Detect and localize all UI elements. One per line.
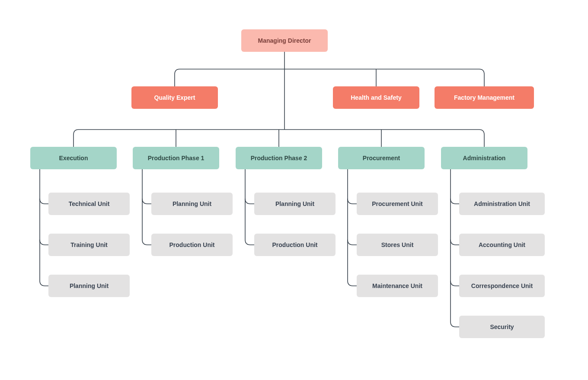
node-production-phase-1[interactable]: Production Phase 1 xyxy=(133,147,219,169)
unit-procurement[interactable]: Procurement Unit xyxy=(357,193,438,215)
node-label: Factory Management xyxy=(454,94,514,101)
unit-correspondence[interactable]: Correspondence Unit xyxy=(459,275,545,297)
node-label: Health and Safety xyxy=(351,94,401,101)
node-label: Planning Unit xyxy=(70,282,109,289)
unit-production-p2[interactable]: Production Unit xyxy=(254,234,336,256)
node-procurement[interactable]: Procurement xyxy=(338,147,425,169)
node-label: Administration xyxy=(463,155,506,162)
node-label: Technical Unit xyxy=(69,200,110,207)
node-managing-director[interactable]: Managing Director xyxy=(241,29,328,52)
node-label: Stores Unit xyxy=(381,241,414,248)
node-quality-expert[interactable]: Quality Expert xyxy=(131,86,218,109)
unit-training[interactable]: Training Unit xyxy=(48,234,130,256)
node-label: Procurement xyxy=(363,155,400,162)
unit-planning-p2[interactable]: Planning Unit xyxy=(254,193,336,215)
org-chart: Managing Director Quality Expert Health … xyxy=(0,0,588,380)
node-administration[interactable]: Administration xyxy=(441,147,527,169)
node-production-phase-2[interactable]: Production Phase 2 xyxy=(236,147,322,169)
unit-maintenance[interactable]: Maintenance Unit xyxy=(357,275,438,297)
node-label: Training Unit xyxy=(70,241,108,248)
node-label: Production Unit xyxy=(272,241,318,248)
node-label: Managing Director xyxy=(258,37,311,44)
node-label: Planning Unit xyxy=(275,200,314,207)
node-health-and-safety[interactable]: Health and Safety xyxy=(333,86,419,109)
node-label: Correspondence Unit xyxy=(471,282,533,289)
unit-stores[interactable]: Stores Unit xyxy=(357,234,438,256)
node-label: Production Phase 1 xyxy=(148,155,205,162)
unit-accounting[interactable]: Accounting Unit xyxy=(459,234,545,256)
unit-planning-p1[interactable]: Planning Unit xyxy=(151,193,233,215)
unit-technical[interactable]: Technical Unit xyxy=(48,193,130,215)
unit-security[interactable]: Security xyxy=(459,316,545,338)
node-label: Administration Unit xyxy=(474,200,530,207)
node-factory-management[interactable]: Factory Management xyxy=(435,86,534,109)
node-execution[interactable]: Execution xyxy=(30,147,117,169)
node-label: Accounting Unit xyxy=(479,241,525,248)
node-label: Procurement Unit xyxy=(372,200,422,207)
unit-production-p1[interactable]: Production Unit xyxy=(151,234,233,256)
unit-planning-exec[interactable]: Planning Unit xyxy=(48,275,130,297)
node-label: Security xyxy=(490,323,514,330)
node-label: Quality Expert xyxy=(154,94,195,101)
unit-administration[interactable]: Administration Unit xyxy=(459,193,545,215)
node-label: Production Unit xyxy=(169,241,215,248)
node-label: Production Phase 2 xyxy=(251,155,307,162)
node-label: Planning Unit xyxy=(173,200,211,207)
node-label: Execution xyxy=(59,155,88,162)
node-label: Maintenance Unit xyxy=(372,282,422,289)
